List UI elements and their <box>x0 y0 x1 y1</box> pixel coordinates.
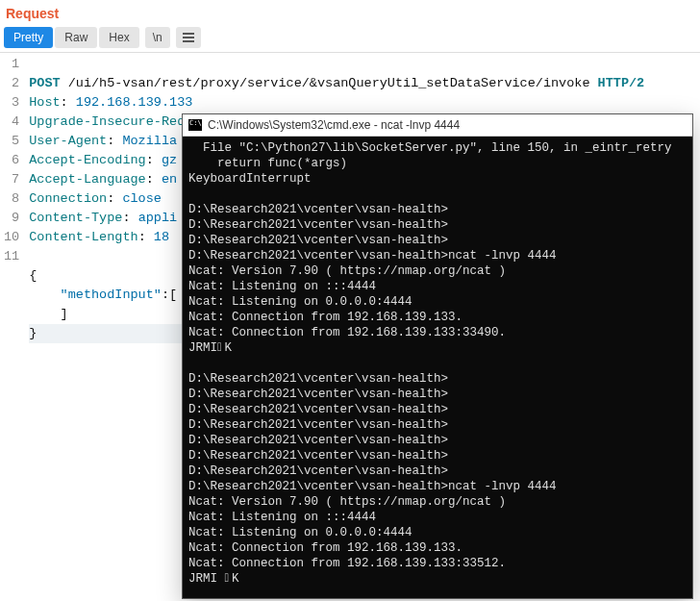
tab-raw[interactable]: Raw <box>55 27 97 48</box>
panel-title: Request <box>0 0 700 25</box>
newline-button[interactable]: \n <box>145 27 170 48</box>
cmd-window[interactable]: C:\Windows\System32\cmd.exe - ncat -lnvp… <box>182 113 693 599</box>
cmd-icon <box>188 119 202 131</box>
line-gutter: 1 2 3 4 5 6 7 8 9 10 11 <box>0 53 25 384</box>
request-toolbar: Pretty Raw Hex \n <box>0 25 700 52</box>
hamburger-icon <box>183 33 194 35</box>
tab-hex[interactable]: Hex <box>99 27 138 48</box>
cmd-output[interactable]: File "C:\Python27\lib\SocketServer.py", … <box>183 137 692 598</box>
tab-pretty[interactable]: Pretty <box>4 27 53 48</box>
cmd-title-text: C:\Windows\System32\cmd.exe - ncat -lnvp… <box>208 118 460 132</box>
menu-button[interactable] <box>176 27 201 48</box>
cmd-titlebar[interactable]: C:\Windows\System32\cmd.exe - ncat -lnvp… <box>183 114 692 137</box>
